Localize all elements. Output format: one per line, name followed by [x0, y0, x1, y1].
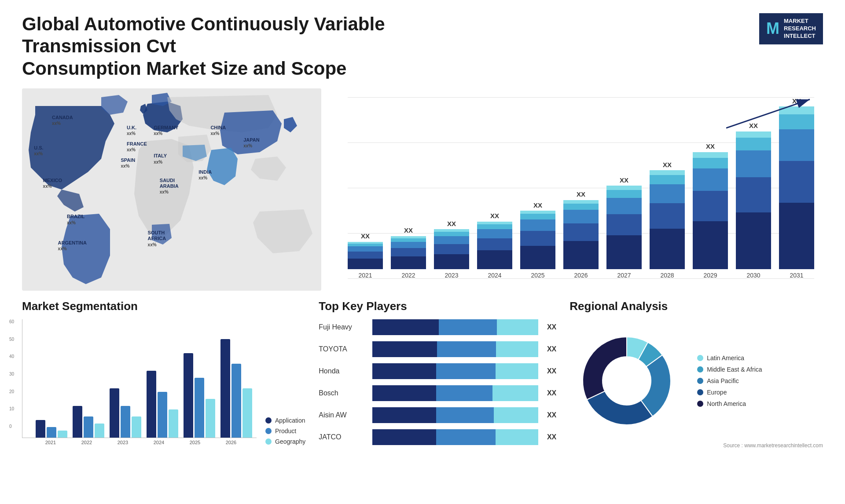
bar-stack [520, 211, 555, 269]
bar-value-label: XX [533, 201, 542, 209]
players-list: Fuji HeavyXXTOYOTAXXHondaXXBoschXXAisin … [319, 319, 556, 445]
player-bar [372, 363, 538, 379]
regional-label: Middle East & Africa [707, 366, 762, 373]
player-name: TOYOTA [319, 345, 367, 353]
player-bar-seg [372, 407, 436, 423]
player-bar-seg [494, 407, 538, 423]
bar-segment [650, 184, 685, 203]
bar-stack [434, 229, 469, 269]
bar-segment [477, 229, 512, 238]
seg-bar [220, 339, 230, 438]
bar-stack [650, 170, 685, 269]
player-value: XX [547, 411, 556, 419]
seg-bar [147, 371, 156, 438]
bar-segment [520, 246, 555, 269]
seg-bar [73, 406, 82, 438]
legend-dot [265, 417, 272, 424]
legend-item: Application [265, 417, 305, 424]
player-name: Aisin AW [319, 411, 367, 419]
bar-segment [606, 190, 642, 198]
bar-year-label: 2030 [746, 272, 760, 279]
bar-segment [391, 242, 426, 248]
bar-stack [693, 152, 728, 269]
bar-segment [391, 248, 426, 256]
legend-item: Product [265, 427, 305, 435]
map-label-mexico: MEXICOxx% [43, 178, 62, 189]
bar-year-label: 2025 [531, 272, 544, 279]
bar-segment [434, 254, 469, 270]
seg-bar-group [220, 339, 252, 438]
seg-bar [169, 409, 178, 438]
bar-col: XX2030 [736, 122, 771, 279]
map-label-southafrica: SOUTHAFRICAxx% [148, 230, 166, 248]
bar-segment [693, 168, 728, 191]
map-label-france: FRANCExx% [127, 141, 147, 153]
bar-value-label: XX [620, 176, 628, 184]
bar-segment [520, 231, 555, 246]
bar-segment [693, 158, 728, 168]
bar-segment [477, 250, 512, 269]
seg-bar [242, 388, 252, 438]
bar-year-label: 2021 [358, 272, 372, 279]
regional-title: Regional Analysis [569, 299, 823, 313]
player-value: XX [547, 433, 556, 441]
player-bar [372, 341, 538, 357]
map-label-argentina: ARGENTINAxx% [58, 240, 87, 252]
map-label-china: CHINAxx% [210, 125, 226, 136]
bar-col: XX2021 [348, 232, 383, 279]
seg-bar [132, 416, 141, 438]
bar-year-label: 2022 [401, 272, 415, 279]
seg-x-label: 2021 [35, 440, 66, 445]
regional-dot [697, 378, 703, 384]
bar-value-label: XX [663, 161, 672, 168]
y-axis: 6050403020100 [9, 319, 14, 429]
map-label-saudi: SAUDIARABIAxx% [160, 178, 179, 195]
bar-stack [477, 221, 512, 269]
regional-legend-item: North America [697, 400, 762, 407]
seg-bar [84, 416, 93, 438]
bar-segment [348, 252, 383, 259]
player-bar-seg [372, 341, 437, 357]
donut-chart [569, 324, 684, 438]
legend-label: Product [275, 427, 296, 435]
player-bar-seg [372, 429, 436, 445]
bar-year-label: 2026 [574, 272, 588, 279]
bar-year-label: 2029 [703, 272, 717, 279]
bar-segment [563, 200, 599, 204]
logo-text: MARKET RESEARCH INTELLECT [784, 18, 816, 40]
regional-legend-item: Europe [697, 389, 762, 396]
player-bar [372, 429, 538, 445]
player-name: Bosch [319, 389, 367, 397]
segmentation-title: Market Segmentation [22, 299, 305, 313]
donut-slice [587, 391, 653, 425]
bar-col: XX2025 [520, 201, 555, 279]
bar-value-label: XX [361, 232, 370, 240]
players-title: Top Key Players [319, 299, 556, 313]
bar-segment [693, 191, 728, 221]
seg-bar [206, 399, 215, 438]
bar-segment [693, 221, 728, 269]
bar-segment [563, 241, 599, 269]
regional-legend-item: Asia Pacific [697, 377, 762, 384]
seg-bars: 6050403020100 [22, 319, 257, 438]
donut-slice [583, 337, 627, 400]
bar-stack [348, 241, 383, 269]
seg-bar [184, 353, 193, 438]
bar-segment [779, 129, 814, 161]
bar-segment [650, 170, 685, 175]
player-bar-seg [436, 385, 492, 401]
bar-value-label: XX [490, 212, 499, 219]
bar-chart: XX2021XX2022XX2023XX2024XX2025XX2026XX20… [330, 88, 823, 291]
seg-bar-group [73, 406, 104, 438]
map-label-germany: GERMANYxx% [154, 125, 178, 136]
bar-stack [606, 186, 642, 269]
bar-col: XX2022 [391, 226, 426, 279]
player-value: XX [547, 323, 556, 331]
bar-year-label: 2028 [660, 272, 674, 279]
player-row: BoschXX [319, 385, 556, 401]
player-bar-seg [372, 363, 436, 379]
bar-value-label: XX [577, 190, 585, 198]
legend-label: Application [275, 417, 305, 424]
bar-value-label: XX [447, 220, 456, 227]
bar-segment [520, 214, 555, 219]
